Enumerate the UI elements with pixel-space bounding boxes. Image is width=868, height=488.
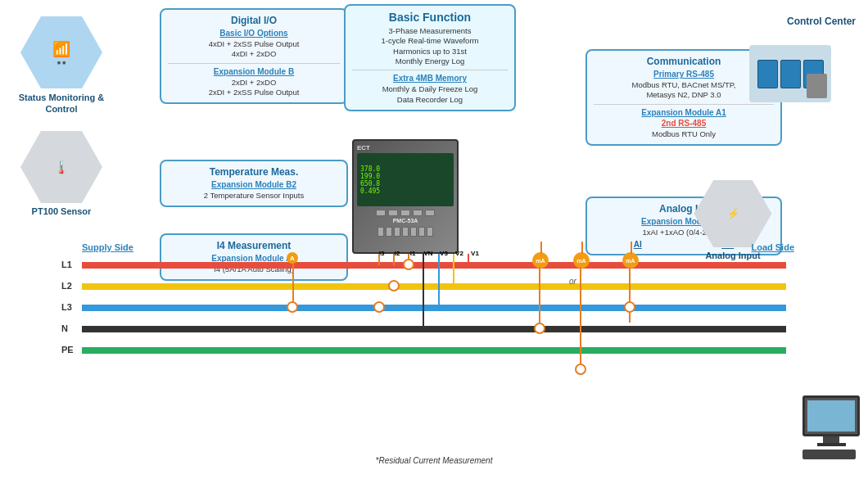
vline-vn (423, 254, 424, 329)
bf-line1: 3-Phase Measurements (352, 26, 508, 36)
analog-io-line3 (631, 242, 632, 254)
vline-v2 (453, 254, 454, 290)
pt100-hex: 🌡️ (20, 131, 102, 203)
label-n: N (61, 323, 68, 333)
ma-badge-2: mA (573, 252, 590, 269)
monitor-screen (807, 400, 855, 432)
pmc-buttons (376, 210, 435, 216)
wire-n (82, 326, 786, 332)
pmc-btn-2[interactable] (388, 210, 398, 216)
label-pe: PE (61, 345, 74, 355)
wire-pe (82, 347, 786, 354)
i4-box: I4 Measurement Expansion Module A2 I4 (5… (160, 233, 348, 281)
load-label: Load Side (751, 242, 794, 252)
pmc-btn-5[interactable] (425, 210, 435, 216)
temperature-box: Temperature Meas. Expansion Module B2 2 … (160, 160, 348, 207)
ctrl-screen-2 (780, 60, 801, 88)
wire-l2 (82, 283, 786, 290)
bf-line3: Harmonics up to 31st (352, 47, 508, 56)
basic-function-box: Basic Function 3-Phase Measurements 1-cy… (344, 4, 516, 111)
terminal-v2: V2 (453, 250, 466, 257)
residual-label: *Residual Current Measurement (376, 456, 493, 465)
ma-badge-1: mA (532, 252, 549, 269)
temperature-title: Temperature Meas. (168, 166, 340, 178)
pmc-brand: ECT (357, 144, 370, 151)
status-monitoring-section: 📶 ■ ■ Status Monitoring & Control (16, 16, 106, 115)
control-center-image (749, 45, 831, 102)
pmc-device: ECT 378.0 199.0 650.8 0.495 PMC-53A (352, 139, 459, 254)
label-l2: L2 (61, 281, 72, 291)
vline-v1 (468, 254, 469, 266)
circle-i2-l2 (388, 280, 400, 291)
analog-input-hex: ⚡ (694, 180, 772, 247)
terminal-labels: I3 I2 I1 VN V3 V2 V1 (375, 250, 481, 257)
expansion-b-line1: 2xDI + 2xDO (168, 78, 340, 88)
monitor (802, 395, 860, 436)
ctrl-screen-1 (757, 60, 778, 88)
circle-ma2 (575, 364, 586, 375)
keyboard (802, 450, 856, 459)
pmc-line1: 378.0 (360, 165, 380, 173)
vline-ma2 (580, 267, 581, 365)
bf-line2: 1-cycle Real-time Waveform (352, 36, 508, 46)
pt100-section: 🌡️ PT100 Sensor (16, 131, 106, 216)
pmc-btn-4[interactable] (413, 210, 423, 216)
temp-expansion-label: Expansion Module B2 (168, 180, 340, 189)
analog-io-line1 (540, 242, 542, 254)
monitor-base (817, 443, 846, 446)
comm-expansion-line: Modbus RTU Only (594, 129, 774, 139)
comm-expansion-label: Expansion Module A1 (594, 108, 774, 117)
vline-i3 (378, 254, 380, 265)
pmc-line4: 0.495 (360, 188, 380, 195)
primary-line2: Metasys N2, DNP 3.0 (594, 90, 774, 100)
circle-i1-l1 (403, 259, 414, 270)
status-monitoring-label: Status Monitoring & Control (16, 92, 106, 115)
analog-io-line2 (581, 242, 583, 254)
pmc-terminals (377, 227, 433, 237)
pmc-btn-1[interactable] (376, 210, 386, 216)
memory-line2: Data Recorder Log (352, 95, 508, 105)
circle-ma3 (624, 301, 635, 313)
wire-l1 (82, 262, 786, 269)
pmc-btn-3[interactable] (400, 210, 410, 216)
comm-expansion-sub: 2nd RS-485 (594, 119, 774, 128)
vline-ma3 (629, 267, 631, 323)
ma-badge-3: mA (622, 252, 639, 269)
pmc-screen: 378.0 199.0 650.8 0.495 (357, 153, 454, 206)
expansion-b-line2: 2xDI + 2xSS Pulse Output (168, 88, 340, 97)
basic-io-line1: 4xDI + 2xSS Pulse Output (168, 39, 340, 49)
pt100-label: PT100 Sensor (16, 206, 106, 216)
basic-io-line2: 4xDI + 2xDO (168, 49, 340, 59)
supply-label: Supply Side (82, 242, 133, 252)
ai-label: AI (634, 240, 642, 249)
computer-section (802, 395, 860, 459)
monitor-stand (823, 436, 839, 443)
pmc-line3: 650.8 (360, 180, 380, 188)
status-monitoring-hex: 📶 ■ ■ (20, 16, 102, 88)
i4-title: I4 Measurement (168, 240, 340, 251)
primary-label: Primary RS-485 (594, 70, 774, 79)
temp-expansion-line: 2 Temperature Sensor Inputs (168, 191, 340, 201)
basic-io-label: Basic I/O Options (168, 29, 340, 38)
vline-i2 (393, 254, 395, 265)
label-l1: L1 (61, 260, 72, 269)
terminal-v1: V1 (468, 250, 481, 257)
digital-io-title: Digital I/O (168, 15, 340, 26)
bf-line4: Monthly Energy Log (352, 56, 508, 66)
primary-line1: Modbus RTU, BACnet MS/TP, (594, 80, 774, 90)
circle-a (287, 301, 298, 313)
circle-i3-l3 (373, 301, 385, 313)
hline-v3 (438, 306, 471, 308)
expansion-b-label: Expansion Module B (168, 67, 340, 76)
control-center-section: Control Center (787, 12, 856, 27)
vline-v3 (438, 254, 440, 308)
a-badge: A (287, 252, 298, 264)
a-badge-vline (292, 264, 294, 306)
terminal-i3: I3 (375, 250, 388, 257)
or-text: or (569, 277, 576, 286)
comm-title: Communication (594, 56, 774, 67)
pmc-line2: 199.0 (360, 173, 380, 180)
wire-l3 (82, 305, 786, 311)
pmc-label: PMC-53A (393, 218, 418, 224)
label-l3: L3 (61, 302, 72, 312)
